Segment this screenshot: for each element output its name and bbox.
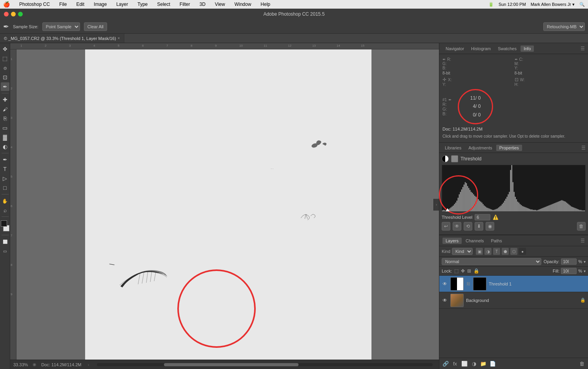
menu-type[interactable]: Type — [136, 2, 149, 7]
tab-channels[interactable]: Channels — [462, 238, 487, 244]
threshold-warning-icon[interactable]: ⚠️ — [493, 214, 499, 220]
menu-select[interactable]: Select — [155, 2, 171, 7]
tab-paths[interactable]: Paths — [488, 238, 505, 244]
menu-view[interactable]: View — [213, 2, 227, 7]
eyedropper-tool-icon[interactable]: ✒ — [3, 22, 9, 31]
selection-tool[interactable] — [1, 54, 9, 63]
layer-item-background[interactable]: 👁 Background 🔒 — [439, 292, 588, 309]
menu-edit[interactable]: Edit — [75, 2, 86, 7]
tab-swatches[interactable]: Swatches — [495, 45, 520, 52]
opacity-dropdown[interactable]: ▾ — [584, 260, 586, 264]
layers-blend-mode-select[interactable]: Normal — [442, 258, 541, 265]
tab-properties[interactable]: Properties — [496, 145, 522, 151]
filter-text-icon[interactable]: T — [493, 248, 500, 255]
layers-panel-menu-icon[interactable]: ☰ — [581, 238, 585, 244]
eyedropper-icon-small[interactable]: ✒ — [442, 57, 446, 62]
search-icon[interactable]: 🔍 — [579, 2, 585, 7]
close-button[interactable] — [4, 12, 9, 16]
delete-layer-btn[interactable]: 🗑 — [578, 360, 586, 367]
adj-toggle-btn[interactable]: 👁 — [453, 222, 461, 231]
add-mask-btn[interactable]: ⬜ — [461, 360, 468, 367]
layer-vis-background[interactable]: 👁 — [442, 297, 448, 304]
new-layer-btn[interactable]: 📄 — [489, 360, 497, 367]
gradient-tool[interactable] — [1, 133, 9, 142]
text-tool[interactable] — [1, 165, 9, 173]
eyedropper-tool[interactable] — [1, 82, 9, 91]
menu-help[interactable]: Help — [259, 2, 272, 7]
menu-filter[interactable]: Filter — [178, 2, 192, 7]
filter-adj-icon[interactable]: ◑ — [484, 248, 492, 255]
menu-file[interactable]: File — [58, 2, 68, 7]
fill-input[interactable] — [561, 268, 577, 274]
active-tab[interactable]: © _MG_0357.CR2 @ 33.3% (Threshold 1, Lay… — [0, 34, 124, 43]
threshold-level-input[interactable] — [475, 214, 490, 220]
adj-reset-btn[interactable]: ↩ — [442, 222, 450, 231]
eyedropper-icon-small-2[interactable]: ✒ — [515, 57, 518, 62]
filter-pixel-icon[interactable]: ▣ — [476, 248, 483, 255]
heal-tool[interactable] — [1, 95, 9, 104]
tab-libraries[interactable]: Libraries — [442, 145, 464, 151]
tab-navigator[interactable]: Navigator — [442, 45, 467, 52]
foreground-color[interactable] — [1, 220, 7, 227]
hand-tool[interactable] — [1, 196, 9, 205]
menu-3d[interactable]: 3D — [198, 2, 207, 7]
layers-kind-select[interactable]: Kind — [452, 248, 473, 255]
tab-close-icon[interactable]: × — [118, 36, 120, 40]
menu-window[interactable]: Window — [233, 2, 253, 7]
minimize-button[interactable] — [11, 12, 16, 16]
adj-visibility-btn[interactable]: ◉ — [486, 222, 494, 231]
lock-artboard-icon[interactable]: ⊞ — [467, 268, 471, 274]
adj-clip-btn[interactable]: ⬇ — [475, 222, 483, 231]
menu-photoshop[interactable]: Photoshop CC — [18, 2, 51, 7]
zoom-tool[interactable] — [1, 206, 9, 214]
screen-mode-tool[interactable]: ▭ — [1, 247, 9, 255]
new-adj-btn[interactable]: ◑ — [470, 360, 478, 367]
retouching-select[interactable]: Retouching-MB — [543, 22, 585, 31]
menu-layer[interactable]: Layer — [115, 2, 129, 7]
tab-adjustments[interactable]: Adjustments — [465, 145, 495, 151]
shape-tool[interactable] — [1, 184, 9, 192]
layer-vis-threshold[interactable]: 👁 — [442, 281, 448, 287]
lock-all-icon[interactable]: 🔒 — [473, 268, 479, 274]
dodge-tool[interactable] — [1, 142, 9, 151]
move-tool[interactable] — [1, 45, 9, 53]
adj-panel-menu-icon[interactable]: ☰ — [581, 145, 586, 151]
crop-tool[interactable] — [1, 73, 9, 82]
quick-mask-tool[interactable]: ⬜ — [1, 237, 9, 246]
pen-tool[interactable] — [1, 155, 9, 164]
tab-layers[interactable]: Layers — [442, 238, 462, 244]
lasso-tool[interactable] — [1, 64, 9, 72]
menu-image[interactable]: Image — [92, 2, 108, 7]
eraser-tool[interactable] — [1, 124, 9, 132]
tab-histogram[interactable]: Histogram — [468, 45, 494, 52]
h-scrollbar-thumb[interactable] — [164, 363, 298, 366]
path-tool[interactable] — [1, 174, 9, 183]
panel-collapse-right[interactable]: › — [433, 199, 439, 211]
maximize-button[interactable] — [18, 12, 23, 16]
layer-item-threshold[interactable]: 👁 ⛓ Threshold 1 — [439, 276, 588, 292]
status-arrow[interactable]: › — [87, 362, 89, 367]
tab-info[interactable]: Info — [521, 45, 534, 52]
clear-all-button[interactable]: Clear All — [84, 22, 107, 31]
filter-toggle[interactable]: ● — [519, 248, 526, 255]
threshold-slider-handle[interactable] — [446, 208, 450, 211]
add-style-btn[interactable]: fx — [451, 360, 459, 367]
filter-smart-icon[interactable]: ⬡ — [510, 248, 517, 255]
fill-dropdown[interactable]: ▾ — [584, 269, 586, 273]
h-scrollbar[interactable] — [97, 363, 433, 366]
sample-size-select[interactable]: Point Sample — [42, 22, 80, 31]
brush-tool[interactable] — [1, 105, 9, 113]
opacity-input[interactable] — [561, 258, 577, 265]
lock-pixels-icon[interactable]: ⬚ — [454, 268, 459, 274]
lock-position-icon[interactable]: ✥ — [461, 268, 465, 274]
panel-menu-icon[interactable]: ☰ — [581, 46, 585, 51]
filter-shape-icon[interactable]: ⬟ — [502, 248, 509, 255]
canvas-area[interactable]: | · · — [16, 49, 439, 360]
clone-tool[interactable] — [1, 114, 9, 123]
apple-icon[interactable]: 🍎 — [3, 1, 10, 7]
sampler-eyedropper-icon[interactable]: ✒ — [448, 98, 451, 102]
new-group-btn[interactable]: 📁 — [479, 360, 487, 367]
adj-delete-btn[interactable]: 🗑 — [577, 222, 586, 231]
link-layers-btn[interactable]: 🔗 — [442, 360, 450, 367]
adj-prev-btn[interactable]: ⟲ — [464, 222, 472, 231]
